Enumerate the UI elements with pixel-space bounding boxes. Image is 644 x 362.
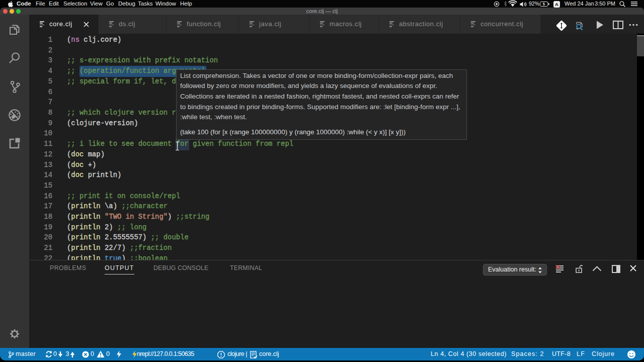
svg-text:A: A <box>555 2 558 7</box>
